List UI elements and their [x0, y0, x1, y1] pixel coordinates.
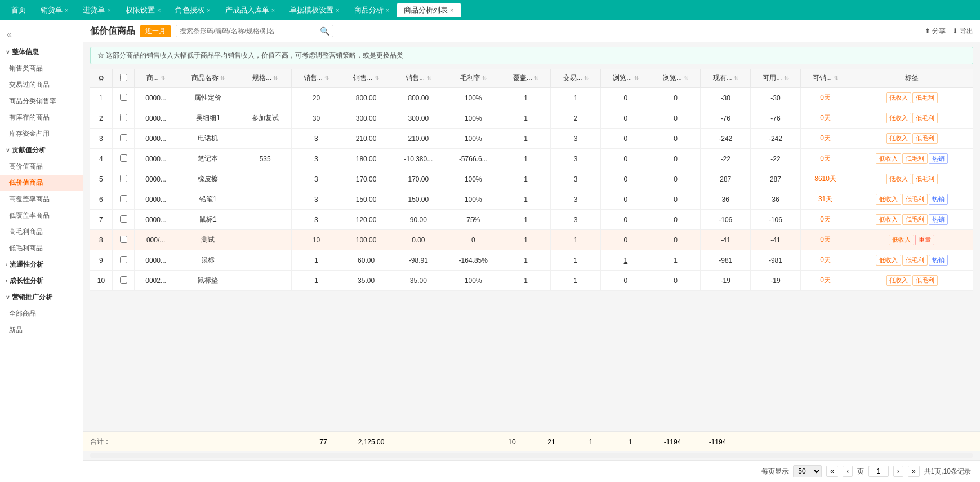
th-avail[interactable]: 可用... ⇅ — [751, 69, 801, 88]
th-name[interactable]: 商品名称 ⇅ — [177, 69, 239, 88]
close-icon[interactable]: × — [107, 7, 110, 14]
row-view1[interactable]: 0 — [601, 129, 651, 149]
sidebar-item-low-value[interactable]: 低价值商品 — [0, 175, 83, 191]
row-name: 电话机 — [177, 129, 239, 149]
row-view1[interactable]: 1 — [601, 250, 651, 271]
sidebar-item-category-rate[interactable]: 商品分类销售率 — [0, 93, 83, 109]
th-settings[interactable]: ⚙ — [90, 69, 112, 88]
search-input[interactable] — [180, 27, 320, 35]
row-select[interactable] — [120, 276, 127, 284]
sidebar-group-overall[interactable]: ∨整体信息 — [0, 44, 83, 60]
row-select[interactable] — [120, 134, 127, 141]
close-icon[interactable]: × — [386, 7, 389, 14]
export-button[interactable]: ⬇ 导出 — [952, 26, 973, 36]
th-stock[interactable]: 现有... ⇅ — [701, 69, 751, 88]
th-s2[interactable]: 销售... ⇅ — [341, 69, 391, 88]
row-checkbox[interactable] — [112, 210, 135, 230]
row-view1[interactable]: 0 — [601, 230, 651, 250]
row-view1[interactable]: 0 — [601, 169, 651, 189]
row-view2: 0 — [651, 210, 701, 230]
page-input[interactable] — [868, 466, 889, 477]
first-page-button[interactable]: « — [826, 466, 838, 477]
share-button[interactable]: ⬆ 分享 — [925, 26, 946, 36]
row-select[interactable] — [120, 195, 127, 202]
nav-product-in[interactable]: 产成品入库单 × — [219, 3, 282, 17]
th-trade[interactable]: 交易... ⇅ — [551, 69, 601, 88]
sidebar-item-stock-goods[interactable]: 有库存的商品 — [0, 109, 83, 126]
row-select[interactable] — [120, 154, 127, 162]
row-select[interactable] — [120, 94, 127, 101]
close-icon[interactable]: × — [207, 7, 210, 14]
nav-sales[interactable]: 销货单 × — [34, 3, 75, 17]
close-icon[interactable]: × — [157, 7, 161, 14]
close-icon[interactable]: × — [336, 7, 339, 14]
nav-template[interactable]: 单据模板设置 × — [283, 3, 346, 17]
collapse-button[interactable]: « — [5, 27, 14, 42]
row-checkbox[interactable] — [112, 169, 135, 189]
row-view1[interactable]: 0 — [601, 189, 651, 210]
row-view1[interactable]: 0 — [601, 271, 651, 291]
close-icon[interactable]: × — [450, 7, 453, 14]
row-view1[interactable]: 0 — [601, 108, 651, 129]
row-cover: 1 — [501, 108, 551, 129]
search-icon[interactable]: 🔍 — [320, 26, 329, 36]
sidebar-group-circulation[interactable]: ›流通性分析 — [0, 257, 83, 273]
sidebar-item-sales-goods[interactable]: 销售类商品 — [0, 60, 83, 77]
th-s1[interactable]: 销售... ⇅ — [291, 69, 341, 88]
sidebar-group-marketing[interactable]: ∨营销推广分析 — [0, 289, 83, 306]
sidebar-item-traded-goods[interactable]: 交易过的商品 — [0, 77, 83, 93]
row-checkbox[interactable] — [112, 149, 135, 169]
nav-analysis[interactable]: 商品分析 × — [348, 3, 396, 17]
sidebar-item-high-coverage[interactable]: 高覆盖率商品 — [0, 191, 83, 207]
row-checkbox[interactable] — [112, 189, 135, 210]
sidebar-group-growth[interactable]: ›成长性分析 — [0, 273, 83, 289]
th-spec[interactable]: 规格... ⇅ — [239, 69, 291, 88]
sidebar-item-new-goods[interactable]: 新品 — [0, 322, 83, 338]
th-checkbox[interactable] — [112, 69, 135, 88]
row-select[interactable] — [120, 175, 127, 182]
row-view1[interactable]: 0 — [601, 88, 651, 108]
th-gross[interactable]: 毛利率 ⇅ — [446, 69, 501, 88]
row-select[interactable] — [120, 256, 127, 263]
row-checkbox[interactable] — [112, 271, 135, 291]
row-view1[interactable]: 0 — [601, 149, 651, 169]
next-page-button[interactable]: › — [893, 466, 903, 477]
view1-link[interactable]: 1 — [624, 257, 628, 264]
close-icon[interactable]: × — [271, 7, 275, 14]
sidebar-item-all-goods[interactable]: 全部商品 — [0, 306, 83, 322]
th-s3[interactable]: 销售... ⇅ — [391, 69, 446, 88]
nav-permission[interactable]: 权限设置 × — [119, 3, 167, 17]
sidebar-item-low-profit[interactable]: 低毛利商品 — [0, 240, 83, 257]
nav-purchase[interactable]: 进货单 × — [76, 3, 117, 17]
table-wrapper[interactable]: ⚙ 商... ⇅ 商品名称 ⇅ 规格... ⇅ 销售... ⇅ 销售... ⇅ … — [83, 69, 980, 431]
select-all-checkbox[interactable] — [120, 74, 127, 81]
th-cover[interactable]: 覆盖... ⇅ — [501, 69, 551, 88]
row-checkbox[interactable] — [112, 129, 135, 149]
sidebar-group-contribution[interactable]: ∨贡献值分析 — [0, 142, 83, 158]
per-page-select[interactable]: 50 100 200 — [793, 465, 822, 477]
prev-page-button[interactable]: ‹ — [843, 466, 853, 477]
sidebar-item-low-coverage[interactable]: 低覆盖率商品 — [0, 207, 83, 224]
last-page-button[interactable]: » — [908, 466, 920, 477]
sidebar-item-high-value[interactable]: 高价值商品 — [0, 158, 83, 175]
th-days[interactable]: 可销... ⇅ — [800, 69, 850, 88]
close-icon[interactable]: × — [65, 7, 68, 14]
nav-role[interactable]: 角色授权 × — [168, 3, 217, 17]
filter-button[interactable]: 近一月 — [140, 25, 171, 37]
row-checkbox[interactable] — [112, 108, 135, 129]
row-checkbox[interactable] — [112, 250, 135, 271]
sidebar-item-stock-fund[interactable]: 库存资金占用 — [0, 126, 83, 142]
row-select[interactable] — [120, 215, 127, 223]
th-code[interactable]: 商... ⇅ — [135, 69, 177, 88]
row-view1[interactable]: 0 — [601, 210, 651, 230]
row-select[interactable] — [120, 236, 127, 243]
row-checkbox[interactable] — [112, 88, 135, 108]
sidebar-item-high-profit[interactable]: 高毛利商品 — [0, 224, 83, 240]
nav-analysis-list[interactable]: 商品分析列表 × — [397, 3, 460, 17]
row-select[interactable] — [120, 114, 127, 121]
row-checkbox[interactable] — [112, 230, 135, 250]
scroll-bar[interactable] — [90, 453, 973, 458]
th-view2[interactable]: 浏览... ⇅ — [651, 69, 701, 88]
nav-home[interactable]: 首页 — [5, 3, 33, 17]
th-view1[interactable]: 浏览... ⇅ — [601, 69, 651, 88]
